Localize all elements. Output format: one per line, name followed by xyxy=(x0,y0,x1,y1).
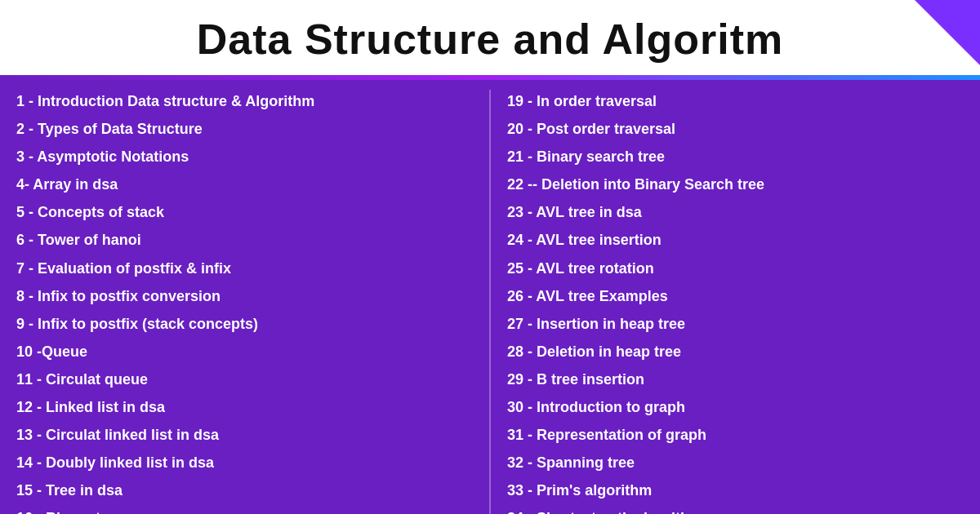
list-item: 7 - Evaluation of postfix & infix xyxy=(16,255,473,281)
list-item: 34 - Shortest path algorithm xyxy=(507,505,964,514)
list-item: 33 - Prim's algorithm xyxy=(507,477,964,503)
header: Data Structure and Algoritm xyxy=(0,0,980,75)
list-item: 23 - AVL tree in dsa xyxy=(507,199,964,225)
left-column: 1 - Introduction Data structure & Algori… xyxy=(16,88,473,514)
list-item: 1 - Introduction Data structure & Algori… xyxy=(16,88,473,114)
list-item: 3 - Asymptotic Notations xyxy=(16,144,473,170)
list-item: 10 -Queue xyxy=(16,339,473,365)
list-item: 30 - Introduction to graph xyxy=(507,394,964,420)
list-item: 5 - Concepts of stack xyxy=(16,199,473,225)
list-item: 21 - Binary search tree xyxy=(507,144,964,170)
list-item: 22 -- Deletion into Binary Search tree xyxy=(507,171,964,197)
content-area: 1 - Introduction Data structure & Algori… xyxy=(0,80,980,514)
list-item: 29 - B tree insertion xyxy=(507,366,964,392)
list-item: 12 - Linked list in dsa xyxy=(16,394,473,420)
list-item: 2 - Types of Data Structure xyxy=(16,116,473,142)
list-item: 14 - Doubly linked list in dsa xyxy=(16,450,473,476)
accent-shape xyxy=(915,0,980,65)
list-item: 20 - Post order traversal xyxy=(507,116,964,142)
list-item: 19 - In order traversal xyxy=(507,88,964,114)
list-item: 25 - AVL tree rotation xyxy=(507,255,964,281)
list-item: 32 - Spanning tree xyxy=(507,450,964,476)
list-item: 16 - Binary tree xyxy=(16,505,473,514)
list-item: 4- Array in dsa xyxy=(16,171,473,197)
column-divider xyxy=(489,90,491,514)
list-item: 13 - Circulat linked list in dsa xyxy=(16,422,473,448)
list-item: 27 - Insertion in heap tree xyxy=(507,311,964,337)
list-item: 9 - Infix to postfix (stack concepts) xyxy=(16,311,473,337)
list-item: 31 - Representation of graph xyxy=(507,422,964,448)
list-item: 15 - Tree in dsa xyxy=(16,477,473,503)
list-item: 6 - Tower of hanoi xyxy=(16,227,473,253)
list-item: 11 - Circulat queue xyxy=(16,366,473,392)
right-column: 19 - In order traversal20 - Post order t… xyxy=(507,88,964,514)
list-item: 8 - Infix to postfix conversion xyxy=(16,283,473,309)
page-title: Data Structure and Algoritm xyxy=(0,15,980,64)
list-item: 28 - Deletion in heap tree xyxy=(507,339,964,365)
list-item: 24 - AVL tree insertion xyxy=(507,227,964,253)
list-item: 26 - AVL tree Examples xyxy=(507,283,964,309)
